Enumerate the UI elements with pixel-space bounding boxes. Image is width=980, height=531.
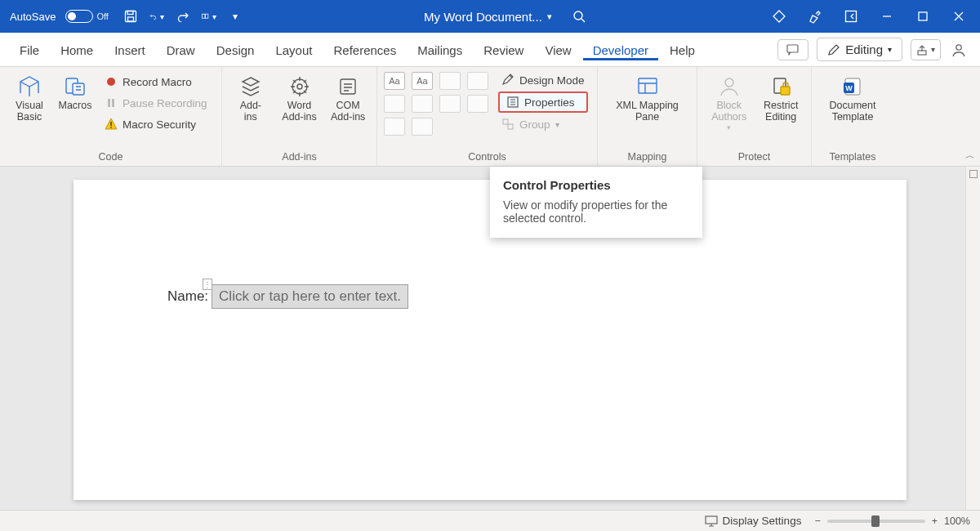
ctrl-picture[interactable] [439,72,461,90]
tab-references[interactable]: References [323,38,406,60]
tab-developer[interactable]: Developer [583,38,658,60]
svg-point-25 [725,78,733,87]
ctrl-checkbox[interactable] [384,95,405,113]
group-addins: Add- ins Word Add-ins COM Add-ins Add-in… [222,67,377,166]
collapse-ribbon-icon[interactable]: ︿ [965,149,975,163]
zoom-in-button[interactable]: + [932,515,938,527]
pause-recording-button: Pause Recording [101,95,211,111]
ctrl-buildingblock[interactable] [467,72,488,90]
ribbon: Visual Basic Macros Record Macro Pause R… [0,67,980,167]
account-icon[interactable] [947,38,970,61]
group-mapping: XML Mapping Pane Mapping [598,67,697,166]
display-settings-button[interactable]: Display Settings [702,513,805,529]
pause-recording-icon [105,96,118,109]
zoom-out-button[interactable]: − [814,515,820,527]
group-addins-label: Add-ins [222,149,376,166]
tab-help[interactable]: Help [660,38,705,60]
ctrl-richtext[interactable]: Aa [384,72,405,90]
zoom-thumb[interactable] [871,515,880,527]
maximize-button[interactable] [911,5,934,28]
search-icon[interactable] [572,9,586,24]
design-mode-icon [501,74,514,87]
svg-rect-14 [108,99,110,107]
svg-point-19 [297,84,302,89]
tab-layout[interactable]: Layout [265,38,322,60]
tab-view[interactable]: View [535,38,581,60]
app-mode-icon[interactable] [840,5,862,28]
xml-mapping-button[interactable]: XML Mapping Pane [608,72,687,123]
document-template-button[interactable]: W Document Template [818,72,887,123]
svg-rect-1 [127,11,133,15]
tab-draw[interactable]: Draw [157,38,205,60]
tab-file[interactable]: File [10,38,49,60]
ctrl-repeating[interactable] [384,118,405,136]
ctrl-datepicker[interactable] [467,95,488,113]
svg-rect-15 [112,99,114,107]
record-macro-label: Record Macro [122,76,192,88]
visual-basic-label: Visual Basic [16,100,43,123]
block-authors-label: Block Authors [711,100,746,123]
tab-design[interactable]: Design [207,38,265,60]
tab-insert[interactable]: Insert [105,38,155,60]
qat-more-icon[interactable] [202,9,216,24]
svg-rect-23 [508,124,513,129]
visual-basic-icon [16,74,43,100]
zoom-slider[interactable] [827,520,925,523]
word-addins-button[interactable]: Word Add-ins [278,72,322,123]
document-title[interactable]: My Word Document... ▾ [424,10,552,24]
minimize-button[interactable] [875,5,898,28]
properties-button[interactable]: Properties [498,91,588,113]
scroll-up-icon[interactable] [969,170,978,178]
com-addins-button[interactable]: COM Add-ins [326,72,370,123]
ctrl-combobox[interactable] [412,95,433,113]
xml-mapping-label: XML Mapping Pane [616,100,679,123]
addins-button[interactable]: Add- ins [229,72,273,123]
visual-basic-button[interactable]: Visual Basic [7,72,52,123]
macros-button[interactable]: Macros [52,72,98,111]
group-code-label: Code [0,149,221,166]
redo-icon[interactable] [176,9,190,24]
content-control[interactable]: ⋮ Click or tap here to enter text. [212,284,408,309]
ctrl-dropdown[interactable] [439,95,461,113]
group-mapping-label: Mapping [598,149,697,166]
autosave-label: AutoSave [7,11,59,23]
display-settings-icon [705,515,718,527]
macro-security-button[interactable]: Macro Security [101,116,211,132]
undo-icon[interactable] [149,9,164,24]
editing-mode-button[interactable]: Editing ▾ [817,38,902,61]
word-addins-icon [286,74,314,100]
brush-icon[interactable] [804,5,826,28]
close-button[interactable] [947,5,970,28]
restrict-editing-button[interactable]: Restrict Editing [757,72,804,123]
tab-mailings[interactable]: Mailings [408,38,472,60]
svg-rect-3 [202,14,204,18]
content-control-handle[interactable]: ⋮ [203,279,212,290]
svg-rect-16 [110,122,112,126]
tab-review[interactable]: Review [474,38,533,60]
ctrl-plaintext[interactable]: Aa [412,72,433,90]
properties-label: Properties [524,96,575,109]
svg-rect-4 [205,14,207,18]
diamond-icon[interactable] [768,5,791,28]
autosave-toggle[interactable] [65,10,93,23]
macro-security-icon [105,118,118,131]
record-macro-button[interactable]: Record Macro [101,74,211,90]
tab-home[interactable]: Home [51,38,103,60]
zoom-value[interactable]: 100% [944,515,970,527]
vertical-scrollbar[interactable] [965,167,980,510]
addins-label: Add- ins [240,100,261,123]
qat-overflow-icon[interactable]: ▾ [228,9,243,24]
group-templates-label: Templates [812,149,893,166]
xml-mapping-icon [634,74,662,100]
ctrl-legacy[interactable] [412,118,433,136]
autosave-state: Off [96,11,108,21]
save-icon[interactable] [123,9,138,24]
design-mode-button[interactable]: Design Mode [498,72,588,88]
ribbon-tabs: File Home Insert Draw Design Layout Refe… [0,33,980,67]
document-template-icon: W [839,74,866,100]
titlebar-right [768,5,970,28]
comments-button[interactable] [777,39,808,60]
svg-point-10 [956,44,961,49]
share-button[interactable]: ▾ [911,39,941,60]
form-field-row: Name: ⋮ Click or tap here to enter text. [167,284,408,309]
